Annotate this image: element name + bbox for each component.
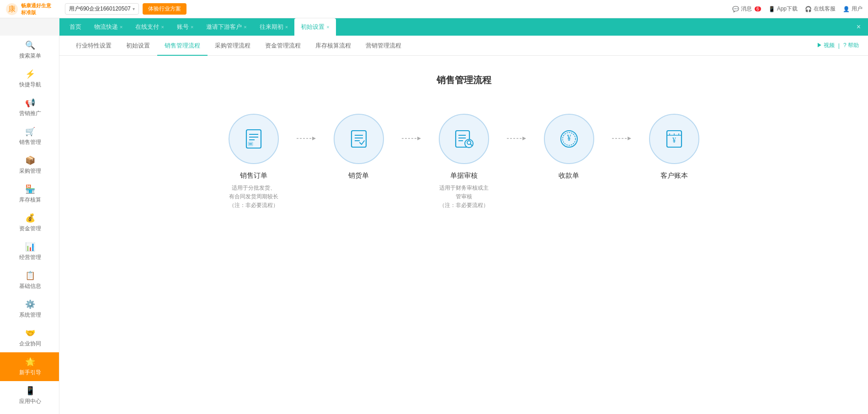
notification-badge: 6 xyxy=(755,6,761,11)
sidebar-item-finance[interactable]: 💰 资金管理 xyxy=(0,208,59,237)
help-link[interactable]: ? 帮助 xyxy=(843,42,859,49)
flow-circle-review xyxy=(439,114,489,164)
mobile-icon: 📱 xyxy=(25,386,35,396)
top-bar: 用户690企业1660120507 ▾ 体验行业方案 💬 消息 6 📱 App下… xyxy=(59,0,868,18)
sidebar-item-enterprise-collab[interactable]: 🤝 企业协同 xyxy=(0,324,59,352)
online-service-item[interactable]: 🎧 在线客服 xyxy=(805,5,836,13)
flow-arrow-2 xyxy=(400,114,423,143)
user-avatar-item[interactable]: 👤 用户 xyxy=(843,5,863,13)
search-icon: 🔍 xyxy=(25,40,35,50)
nav-tab-invite[interactable]: 邀请下游客户 × xyxy=(200,18,253,36)
svg-marker-15 xyxy=(417,137,421,140)
sidebar-item-quick-nav[interactable]: ⚡ 快捷导航 xyxy=(0,64,59,93)
close-icon[interactable]: × xyxy=(120,24,122,30)
sidebar-item-sales[interactable]: 🛒 销售管理 xyxy=(0,122,59,151)
trial-btn[interactable]: 体验行业方案 xyxy=(143,3,186,15)
sidebar-item-inventory[interactable]: 🏪 库存核算 xyxy=(0,180,59,208)
clipboard-icon: 📋 xyxy=(25,271,35,281)
sidebar-item-label: 企业协同 xyxy=(19,340,41,348)
top-right-area: 用户690企业1660120507 ▾ 体验行业方案 💬 消息 6 📱 App下… xyxy=(59,0,868,36)
sidebar-item-label: 应用中心 xyxy=(19,398,41,405)
flow-title: 销售管理流程 xyxy=(69,74,859,86)
logo-area: 康 畅康通好生意 标准版 xyxy=(0,0,59,18)
review-icon xyxy=(452,127,476,151)
nav-tabs: 首页 物流快递 × 在线支付 × 账号 × 邀请下游客户 × xyxy=(59,18,868,36)
video-link[interactable]: ▶ 视频 xyxy=(817,42,835,49)
chart-icon: 📊 xyxy=(25,242,35,252)
close-icon[interactable]: × xyxy=(191,24,193,30)
sub-tab-sales-flow[interactable]: 销售管理流程 xyxy=(157,36,208,56)
nav-tab-logistics[interactable]: 物流快递 × xyxy=(88,18,129,36)
sub-tab-marketing-flow[interactable]: 营销管理流程 xyxy=(358,36,409,56)
ledger-icon: ¥ xyxy=(662,127,686,151)
nav-tab-home[interactable]: 首页 xyxy=(63,18,88,36)
chevron-down-icon: ▾ xyxy=(133,6,135,11)
flow-arrow-4 xyxy=(610,114,633,143)
box-icon: 📦 xyxy=(25,155,35,165)
sales-order-icon xyxy=(242,127,266,151)
sub-tab-purchase-flow[interactable]: 采购管理流程 xyxy=(208,36,258,56)
receipt-icon: ¥ xyxy=(557,127,581,151)
arrow-icon xyxy=(505,134,528,143)
main-layout: 🔍 搜索菜单 ⚡ 快捷导航 📢 营销推广 🛒 销售管理 📦 采购管理 🏪 xyxy=(0,36,868,414)
sidebar-item-new-guide[interactable]: 🌟 新手引导 xyxy=(0,352,59,381)
sidebar-item-label: 采购管理 xyxy=(19,167,41,175)
svg-marker-24 xyxy=(522,137,526,140)
step-desc-review: 适用于财务审核或主管审核（注：非必要流程） xyxy=(439,184,489,210)
user-selector[interactable]: 用户690企业1660120507 ▾ xyxy=(65,3,139,15)
sidebar-item-label: 基础信息 xyxy=(19,282,41,290)
sidebar-item-label: 搜索菜单 xyxy=(19,52,41,60)
close-icon[interactable]: × xyxy=(161,24,164,30)
flash-icon: ⚡ xyxy=(25,69,35,79)
notification-item[interactable]: 💬 消息 6 xyxy=(732,5,761,13)
divider: | xyxy=(838,42,840,49)
arrow-icon xyxy=(400,134,423,143)
app-download-item[interactable]: 📱 App下载 xyxy=(768,5,798,13)
sidebar-item-label: 新手引导 xyxy=(19,369,41,377)
user-label: 用户 xyxy=(852,5,863,13)
money-icon: 💰 xyxy=(25,213,35,223)
flow-circle-delivery xyxy=(334,114,384,164)
sidebar-item-purchase[interactable]: 📦 采购管理 xyxy=(0,151,59,180)
app-top: 康 畅康通好生意 标准版 用户690企业1660120507 ▾ 体验行业方案 xyxy=(0,0,868,36)
sidebar: 🔍 搜索菜单 ⚡ 快捷导航 📢 营销推广 🛒 销售管理 📦 采购管理 🏪 xyxy=(0,36,59,414)
sidebar-item-enterprise-wechat[interactable]: 💬 企业微信 xyxy=(0,410,59,414)
close-icon[interactable]: × xyxy=(326,24,329,30)
sub-tab-actions: ▶ 视频 | ? 帮助 xyxy=(817,42,859,49)
megaphone-icon: 📢 xyxy=(25,98,35,108)
logo-text: 畅康通好生意 标准版 xyxy=(21,2,51,16)
nav-tab-initial-setup[interactable]: 初始设置 × xyxy=(294,18,335,36)
sidebar-item-basic-info[interactable]: 📋 基础信息 xyxy=(0,266,59,295)
headset-icon: 🎧 xyxy=(805,6,812,12)
svg-marker-29 xyxy=(628,137,631,140)
online-service-label: 在线客服 xyxy=(814,5,836,13)
svg-text:康: 康 xyxy=(8,5,16,13)
arrow-icon xyxy=(610,134,633,143)
sidebar-item-operations[interactable]: 📊 经营管理 xyxy=(0,237,59,266)
sub-tab-finance-flow[interactable]: 资金管理流程 xyxy=(258,36,308,56)
nav-close-all-btn[interactable]: × xyxy=(853,23,864,31)
close-icon[interactable]: × xyxy=(244,24,246,30)
sidebar-item-label: 销售管理 xyxy=(19,138,41,146)
play-icon: ▶ xyxy=(817,42,822,48)
nav-tab-payment[interactable]: 在线支付 × xyxy=(129,18,170,36)
sub-tab-industry[interactable]: 行业特性设置 xyxy=(69,36,119,56)
step-name-ledger: 客户账本 xyxy=(660,171,688,180)
sidebar-item-label: 资金管理 xyxy=(19,225,41,233)
flow-step-ledger: ¥ 客户账本 xyxy=(633,114,715,184)
nav-tab-account[interactable]: 账号 × xyxy=(170,18,200,36)
sidebar-item-search[interactable]: 🔍 搜索菜单 xyxy=(0,36,59,64)
top-bar-right: 💬 消息 6 📱 App下载 🎧 在线客服 👤 用户 xyxy=(732,5,863,13)
flow-circle-receipt: ¥ xyxy=(544,114,594,164)
sub-tab-inventory-flow[interactable]: 库存核算流程 xyxy=(308,36,358,56)
flow-circle-sales-order xyxy=(229,114,279,164)
flow-circle-ledger: ¥ xyxy=(649,114,699,164)
sidebar-item-marketing[interactable]: 📢 营销推广 xyxy=(0,93,59,122)
nav-tab-period[interactable]: 往来期初 × xyxy=(253,18,294,36)
close-icon[interactable]: × xyxy=(285,24,288,30)
content-area: 行业特性设置 初始设置 销售管理流程 采购管理流程 资金管理流程 库存核算流程 xyxy=(59,36,868,414)
sidebar-item-system[interactable]: ⚙️ 系统管理 xyxy=(0,295,59,324)
sidebar-item-app-center[interactable]: 📱 应用中心 xyxy=(0,381,59,410)
flow-arrow-3 xyxy=(505,114,528,143)
sub-tab-initial[interactable]: 初始设置 xyxy=(119,36,157,56)
